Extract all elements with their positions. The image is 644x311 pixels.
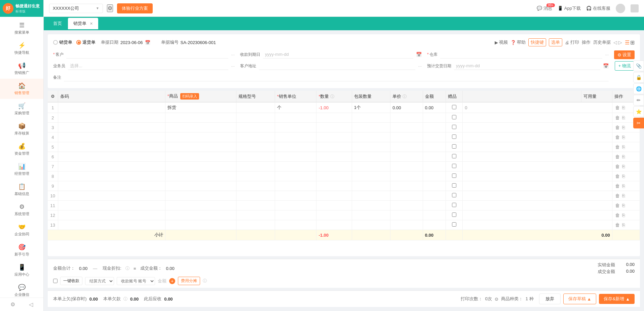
company-selector[interactable]: XXXXXX公司 ▼ xyxy=(49,4,103,13)
payment-date-input[interactable] xyxy=(263,50,413,59)
delete-row-btn[interactable]: 🗑 xyxy=(615,173,620,179)
row-amount[interactable] xyxy=(423,171,446,181)
delete-row-btn[interactable]: 🗑 xyxy=(615,183,620,189)
owed-info-icon[interactable]: ⓘ xyxy=(123,296,127,302)
trial-button[interactable]: 体验行业方案 xyxy=(117,3,153,13)
row-amount[interactable]: 0.00 xyxy=(423,102,446,113)
one-click-payment-btn[interactable]: 一键收款 xyxy=(60,277,82,285)
delete-row-btn[interactable]: 🗑 xyxy=(615,105,620,110)
logistics-btn[interactable]: + 物流 xyxy=(615,61,635,71)
tab-close-icon[interactable]: ✕ xyxy=(90,22,93,26)
settlement-method-select[interactable]: 结算方式 xyxy=(85,277,114,285)
calendar-icon[interactable]: 📅 xyxy=(145,40,150,45)
row-unit-price[interactable] xyxy=(390,113,423,123)
row-pkg-qty[interactable] xyxy=(352,220,390,230)
row-unit-price[interactable] xyxy=(390,220,423,230)
row-spec[interactable] xyxy=(236,142,275,152)
sidebar-item-operations[interactable]: 📊 经营管理 xyxy=(0,159,43,180)
row-pkg-qty[interactable] xyxy=(352,210,390,220)
settings-btn[interactable]: ⚙ xyxy=(107,4,113,12)
row-goods[interactable] xyxy=(165,220,236,230)
row-pkg-qty[interactable] xyxy=(352,191,390,201)
row-spec[interactable] xyxy=(236,210,275,220)
row-unit-price[interactable] xyxy=(390,123,423,132)
delete-row-btn[interactable]: 🗑 xyxy=(615,115,620,120)
row-barcode[interactable] xyxy=(58,220,165,230)
row-qty[interactable] xyxy=(316,142,352,152)
add-payment-btn[interactable]: + xyxy=(169,278,175,284)
row-pkg-qty[interactable] xyxy=(352,113,390,123)
tab-sales-order[interactable]: 销货单 ✕ xyxy=(68,18,98,29)
customer-dots[interactable]: ··· xyxy=(231,52,235,57)
warehouse-input[interactable]: 建材仓 xyxy=(440,50,602,59)
float-btn-lock[interactable]: 🔒 xyxy=(633,72,644,83)
settings-action-btn[interactable]: ⚙ 设置 xyxy=(614,50,635,59)
scan-barcode-btn[interactable]: 扫码录入 xyxy=(180,93,199,100)
row-unit-price[interactable] xyxy=(390,132,423,142)
row-qty[interactable] xyxy=(316,220,352,230)
copy-row-btn[interactable]: ⎘ xyxy=(622,222,625,228)
sidebar-item-finance[interactable]: 💰 资金管理 xyxy=(0,139,43,159)
sidebar-item-enterprise-wechat[interactable]: 💬 企业微信 xyxy=(0,280,43,298)
row-amount[interactable] xyxy=(423,220,446,230)
row-unit-price[interactable] xyxy=(390,181,423,191)
fenpai-info-icon[interactable]: ⓘ xyxy=(203,278,207,284)
row-spec[interactable] xyxy=(236,102,275,113)
delete-row-btn[interactable]: 🗑 xyxy=(615,144,620,150)
history-btn[interactable]: 历史单据 xyxy=(593,39,611,45)
delete-row-btn[interactable]: 🗑 xyxy=(615,134,620,140)
row-unit-price[interactable] xyxy=(390,152,423,162)
row-qty[interactable] xyxy=(316,113,352,123)
radio-return-order[interactable]: 退货单 xyxy=(76,39,96,45)
row-pkg-qty[interactable] xyxy=(352,162,390,171)
row-barcode[interactable] xyxy=(58,113,165,123)
copy-row-btn[interactable]: ⎘ xyxy=(622,212,625,218)
row-goods[interactable] xyxy=(165,113,236,123)
row-qty[interactable] xyxy=(316,210,352,220)
row-barcode[interactable] xyxy=(58,181,165,191)
customer-address-input[interactable] xyxy=(259,62,415,70)
tab-home[interactable]: 首页 xyxy=(48,18,67,29)
row-amount[interactable] xyxy=(423,113,446,123)
row-pkg-qty[interactable] xyxy=(352,171,390,181)
delete-row-btn[interactable]: 🗑 xyxy=(615,125,620,130)
row-spec[interactable] xyxy=(236,113,275,123)
delete-row-btn[interactable]: 🗑 xyxy=(615,164,620,169)
row-unit-price[interactable] xyxy=(390,162,423,171)
row-amount[interactable] xyxy=(423,142,446,152)
row-gift[interactable] xyxy=(446,132,463,142)
row-barcode[interactable] xyxy=(58,210,165,220)
row-gift[interactable] xyxy=(446,201,463,210)
row-unit[interactable] xyxy=(275,152,316,162)
th-settings[interactable]: ⚙ xyxy=(48,91,58,102)
row-spec[interactable] xyxy=(236,191,275,201)
row-pkg-qty[interactable] xyxy=(352,152,390,162)
app-download-btn[interactable]: 📱 App下载 xyxy=(558,5,581,11)
row-unit-price[interactable] xyxy=(390,191,423,201)
sidebar-item-inventory[interactable]: 📦 库存核算 xyxy=(0,119,43,139)
row-gift[interactable] xyxy=(446,142,463,152)
row-qty[interactable] xyxy=(316,152,352,162)
delete-row-btn[interactable]: 🗑 xyxy=(615,193,620,198)
collapse-icon[interactable]: ◁ xyxy=(29,301,33,308)
row-pkg-qty[interactable] xyxy=(352,142,390,152)
row-pkg-qty[interactable] xyxy=(352,123,390,132)
row-gift[interactable] xyxy=(446,171,463,181)
row-unit-price[interactable]: 0.00 xyxy=(390,102,423,113)
user-avatar[interactable] xyxy=(616,4,625,13)
salesperson-input[interactable] xyxy=(68,62,228,70)
float-btn-scissors[interactable]: ✂ xyxy=(633,118,644,128)
row-qty[interactable] xyxy=(316,132,352,142)
sidebar-item-marketing[interactable]: 📢 营销推广 xyxy=(0,59,43,79)
row-qty[interactable] xyxy=(316,171,352,181)
row-unit[interactable] xyxy=(275,171,316,181)
row-pkg-qty[interactable]: 1个 xyxy=(352,102,390,113)
row-amount[interactable] xyxy=(423,191,446,201)
online-service-btn[interactable]: 🎧 在线客服 xyxy=(586,5,610,11)
notes-input[interactable] xyxy=(64,73,609,81)
row-qty[interactable]: -1.00 xyxy=(316,102,352,113)
sidebar-item-quick-nav[interactable]: ⚡ 快捷导航 xyxy=(0,38,43,59)
sidebar-item-basic-info[interactable]: 📋 基础信息 xyxy=(0,180,43,200)
warehouse-dots[interactable]: ··· xyxy=(605,52,609,57)
copy-row-btn[interactable]: ⎘ xyxy=(622,105,625,110)
